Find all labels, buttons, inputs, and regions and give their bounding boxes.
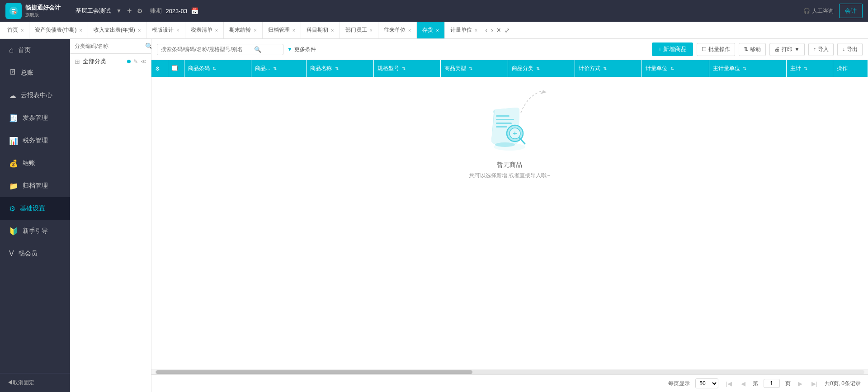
th-barcode[interactable]: 商品条码 ⇅ — [184, 60, 251, 77]
tab-income-close[interactable]: × — [138, 28, 141, 33]
th-action: 操作 — [833, 60, 868, 77]
tab-next-btn[interactable]: › — [489, 27, 495, 34]
sidebar-item-home[interactable]: ⌂ 首页 — [0, 39, 70, 61]
sidebar-item-guide[interactable]: 🔰 新手引导 — [0, 220, 70, 242]
toolbar: 🔍 ▼ 更多条件 + 新增商品 ☐ 批量操作 ⇅ — [151, 39, 868, 60]
tab-counterpart-close[interactable]: × — [408, 28, 411, 33]
import-label: 导入 — [818, 46, 829, 53]
category-dot-badge — [127, 60, 131, 63]
tab-subject[interactable]: 科目期初 × — [301, 22, 340, 39]
th-code[interactable]: 商品... ⇅ — [251, 60, 306, 77]
prev-page-btn[interactable]: ◀ — [739, 379, 747, 388]
sidebar-item-cloud[interactable]: ☁ 云报表中心 — [0, 84, 70, 107]
select-all-checkbox[interactable] — [172, 65, 178, 71]
th-unit[interactable]: 计量单位 ⇅ — [642, 60, 709, 77]
calendar-icon[interactable]: 📅 — [191, 7, 198, 14]
page-size-select[interactable]: 50 10 20 100 — [695, 378, 718, 388]
inner-layout: 🔍 ⊞ 全部分类 ✎ ≪ 🔍 — [70, 39, 868, 392]
unpin-btn[interactable]: ◀取消固定 — [7, 379, 34, 387]
table-footer: 每页显示 50 10 20 100 |◀ ◀ 第 页 ▶ ▶| 共0页, 0条记… — [151, 374, 868, 392]
page-number-input[interactable] — [764, 379, 780, 388]
settings-gear-btn[interactable]: ⚙ — [137, 7, 143, 14]
th-name[interactable]: 商品名称 ⇅ — [307, 60, 373, 77]
th-spec-label: 规格型号 — [377, 65, 399, 71]
ledger-icon — [9, 68, 16, 77]
tab-template-close[interactable]: × — [176, 28, 179, 33]
tab-dept-close[interactable]: × — [370, 28, 373, 33]
svg-rect-7 — [496, 126, 507, 128]
scroll-track — [155, 370, 864, 374]
search-bar: 🔍 — [157, 44, 283, 55]
account-btn[interactable]: 会计 — [839, 4, 863, 18]
tab-dept[interactable]: 部门员工 × — [340, 22, 378, 39]
tab-subject-close[interactable]: × — [331, 28, 334, 33]
tab-home[interactable]: 首页 × — [2, 22, 29, 39]
tab-income[interactable]: 收入支出表(年报) × — [88, 22, 146, 39]
tab-inventory-close[interactable]: × — [436, 28, 439, 33]
th-category[interactable]: 商品分类 ⇅ — [508, 60, 575, 77]
th-setting[interactable]: ⚙ — [151, 60, 168, 77]
th-spec[interactable]: 规格型号 ⇅ — [373, 60, 440, 77]
sidebar-item-ledger[interactable]: 总账 — [0, 61, 70, 84]
th-main-unit[interactable]: 主计量单位 ⇅ — [709, 60, 786, 77]
add-product-btn[interactable]: + 新增商品 — [652, 43, 693, 56]
tab-inventory[interactable]: 存货 × — [417, 22, 444, 39]
tab-expand-btn[interactable]: ⤢ — [503, 27, 512, 34]
move-btn[interactable]: ⇅ 移动 — [739, 43, 766, 56]
tab-unit[interactable]: 计量单位 × — [445, 22, 483, 39]
sidebar-item-member[interactable]: V 畅会员 — [0, 242, 70, 265]
th-unit-label: 计量单位 — [646, 65, 667, 71]
sidebar-label-guide: 新手引导 — [23, 227, 48, 235]
tab-prev-btn[interactable]: ‹ — [483, 27, 489, 34]
tab-balance-sheet[interactable]: 资产负债表(中期) × — [29, 22, 88, 39]
export-label: 导出 — [847, 46, 858, 53]
batch-action-btn[interactable]: ☐ 批量操作 — [697, 43, 735, 56]
sidebar-item-archive[interactable]: 📁 归档管理 — [0, 175, 70, 197]
batch-icon: ☐ — [702, 46, 707, 52]
horizontal-scroll-area[interactable] — [151, 369, 868, 374]
category-search-input[interactable] — [75, 43, 142, 49]
sidebar-item-settings[interactable]: ⚙ 基础设置 — [0, 197, 70, 220]
empty-state: 暂无商品 您可以选择新增,或者直接导入哦~ — [151, 77, 868, 207]
filter-btn[interactable]: ▼ 更多条件 — [287, 46, 316, 53]
category-all-item[interactable]: ⊞ 全部分类 ✎ ≪ — [70, 54, 151, 69]
first-page-btn[interactable]: |◀ — [724, 379, 733, 388]
empty-icon — [482, 104, 537, 154]
tab-archive-close[interactable]: × — [292, 28, 295, 33]
company-dropdown-btn[interactable]: ▼ — [116, 8, 122, 14]
content-area: 🔍 ⊞ 全部分类 ✎ ≪ 🔍 — [70, 39, 868, 392]
th-type[interactable]: 商品类型 ⇅ — [441, 60, 508, 77]
th-checkbox[interactable] — [168, 60, 184, 77]
tab-tax[interactable]: 税表清单 × — [185, 22, 224, 39]
tab-archive[interactable]: 归档管理 × — [263, 22, 301, 39]
search-input[interactable] — [161, 46, 251, 52]
last-page-btn[interactable]: ▶| — [810, 379, 819, 388]
th-price-method[interactable]: 计价方式 ⇅ — [575, 60, 642, 77]
tab-template[interactable]: 模版设计 × — [146, 22, 185, 39]
sidebar-label-home: 首页 — [18, 46, 31, 54]
tab-tax-close[interactable]: × — [215, 28, 218, 33]
tab-close-all-btn[interactable]: × — [495, 26, 503, 34]
category-collapse-icon[interactable]: ≪ — [141, 58, 146, 65]
tab-period[interactable]: 期末结转 × — [224, 22, 262, 39]
sidebar-item-settle[interactable]: 💰 结账 — [0, 152, 70, 175]
tab-counterpart[interactable]: 往来单位 × — [378, 22, 417, 39]
add-company-btn[interactable]: + — [125, 6, 134, 16]
import-btn[interactable]: ↑ 导入 — [808, 43, 834, 56]
tab-home-close[interactable]: × — [21, 28, 24, 33]
print-btn[interactable]: 🖨 打印 ▼ — [769, 43, 805, 56]
service-btn[interactable]: 🎧 人工咨询 — [803, 7, 834, 15]
sidebar-item-tax[interactable]: 📊 税务管理 — [0, 129, 70, 152]
sidebar-label-tax: 税务管理 — [23, 137, 48, 145]
th-main-num-label: 主计 — [790, 65, 801, 71]
tab-balance-close[interactable]: × — [79, 28, 82, 33]
category-edit-icon[interactable]: ✎ — [133, 58, 138, 65]
export-btn[interactable]: ↓ 导出 — [837, 43, 863, 56]
tab-period-close[interactable]: × — [254, 28, 256, 33]
tab-subject-label: 科目期初 — [307, 26, 328, 34]
search-icon[interactable]: 🔍 — [254, 46, 261, 53]
th-main-num[interactable]: 主计 ⇅ — [786, 60, 833, 77]
sidebar-item-invoice[interactable]: 🧾 发票管理 — [0, 107, 70, 129]
tab-unit-close[interactable]: × — [475, 28, 477, 33]
next-page-btn[interactable]: ▶ — [796, 379, 804, 388]
